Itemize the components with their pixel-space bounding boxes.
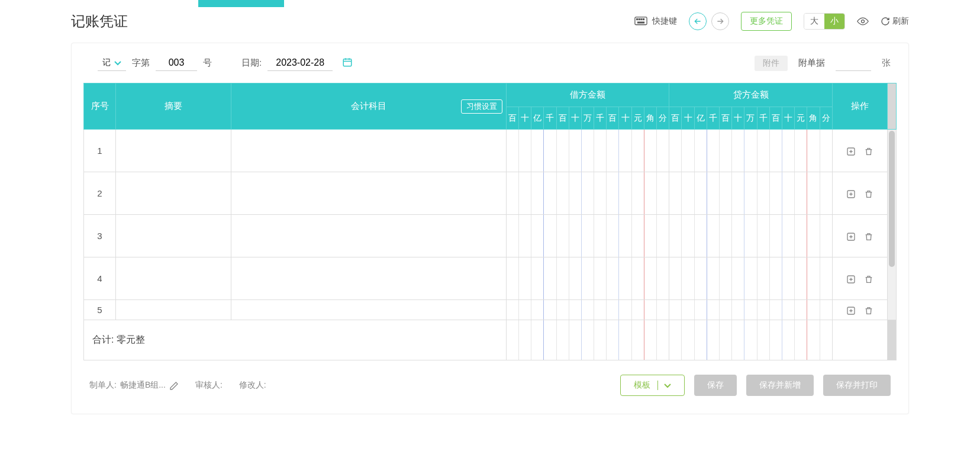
- auditor-label: 审核人:: [195, 380, 223, 391]
- voucher-type-dropdown[interactable]: 记: [98, 55, 126, 71]
- svg-rect-1: [637, 19, 638, 20]
- cell-seq: 5: [84, 300, 116, 320]
- next-button[interactable]: [711, 12, 729, 30]
- cell-subject[interactable]: [231, 257, 506, 300]
- th-digit: 百: [720, 107, 732, 130]
- th-digit: 十: [782, 107, 794, 130]
- shortcut-group[interactable]: 快捷键: [634, 16, 677, 27]
- add-row-icon[interactable]: [846, 188, 856, 198]
- cell-summary[interactable]: [116, 172, 231, 215]
- table-row: 3: [84, 215, 897, 257]
- more-vouchers-button[interactable]: 更多凭证: [741, 12, 792, 31]
- cell-debit[interactable]: [506, 130, 669, 172]
- th-digit: 分: [820, 107, 832, 130]
- table-row: 2: [84, 172, 897, 215]
- cell-seq: 4: [84, 257, 116, 300]
- template-chevron-icon: [657, 381, 671, 390]
- cell-debit[interactable]: [506, 172, 669, 215]
- th-digit: 万: [581, 107, 594, 130]
- cell-credit[interactable]: [669, 130, 833, 172]
- save-button[interactable]: 保存: [694, 375, 737, 396]
- maker-group: 制单人: 畅捷通B组...: [89, 380, 179, 391]
- th-digit: 千: [544, 107, 556, 130]
- total-text: 零元整: [117, 334, 145, 344]
- cell-credit[interactable]: [669, 257, 833, 300]
- delete-row-icon[interactable]: [864, 145, 873, 156]
- th-digit: 元: [795, 107, 807, 130]
- th-digit: 百: [607, 107, 619, 130]
- modifier-label: 修改人:: [239, 380, 266, 391]
- delete-row-icon[interactable]: [864, 273, 873, 284]
- svg-rect-2: [639, 19, 640, 20]
- habit-settings-button[interactable]: 习惯设置: [461, 99, 502, 114]
- cell-scroll: [887, 130, 896, 320]
- th-digit: 百: [769, 107, 782, 130]
- add-row-icon[interactable]: [846, 273, 856, 284]
- attach-doc-label: 附单据: [798, 57, 825, 69]
- total-cell: 合计: 零元整: [84, 320, 507, 360]
- delete-row-icon[interactable]: [864, 304, 873, 315]
- cell-operation: [832, 215, 887, 257]
- cell-credit[interactable]: [669, 215, 833, 257]
- cell-summary[interactable]: [116, 257, 231, 300]
- template-button[interactable]: 模板: [620, 375, 685, 396]
- cell-credit[interactable]: [669, 300, 833, 320]
- svg-rect-7: [343, 59, 352, 66]
- delete-row-icon[interactable]: [864, 188, 873, 198]
- size-large-button[interactable]: 大: [804, 14, 824, 29]
- total-credit: [669, 320, 833, 360]
- cell-operation: [832, 130, 887, 172]
- cell-subject[interactable]: [231, 215, 506, 257]
- svg-rect-5: [637, 22, 644, 23]
- refresh-button[interactable]: 刷新: [881, 16, 909, 27]
- prev-button[interactable]: [689, 12, 707, 30]
- scrollbar-thumb[interactable]: [889, 131, 895, 267]
- th-digit: 千: [707, 107, 719, 130]
- maker-label: 制单人:: [89, 380, 117, 391]
- save-new-button[interactable]: 保存并新增: [746, 375, 814, 396]
- cell-subject[interactable]: [231, 130, 506, 172]
- add-row-icon[interactable]: [846, 230, 856, 241]
- cell-debit[interactable]: [506, 300, 669, 320]
- shortcut-label: 快捷键: [652, 16, 677, 27]
- cell-summary[interactable]: [116, 215, 231, 257]
- preview-button[interactable]: [857, 17, 869, 25]
- svg-point-6: [862, 20, 865, 23]
- cell-summary[interactable]: [116, 300, 231, 320]
- th-summary: 摘要: [116, 83, 231, 130]
- cell-debit[interactable]: [506, 257, 669, 300]
- size-small-button[interactable]: 小: [824, 14, 844, 29]
- save-print-button[interactable]: 保存并打印: [823, 375, 891, 396]
- cell-credit[interactable]: [669, 172, 833, 215]
- voucher-form-row: 记 字第 号 日期: 附件 附单据 张: [83, 55, 897, 83]
- th-digit: 十: [682, 107, 694, 130]
- table-row: 1: [84, 130, 897, 172]
- th-seq: 序号: [84, 83, 116, 130]
- cell-operation: [832, 172, 887, 215]
- zidi-label: 字第: [132, 57, 150, 69]
- th-digit: 百: [556, 107, 569, 130]
- delete-row-icon[interactable]: [864, 230, 873, 241]
- calendar-icon[interactable]: [342, 57, 353, 69]
- edit-maker-icon[interactable]: [169, 380, 179, 390]
- cell-subject[interactable]: [231, 172, 506, 215]
- cell-operation: [832, 300, 887, 320]
- cell-debit[interactable]: [506, 215, 669, 257]
- cell-summary[interactable]: [116, 130, 231, 172]
- voucher-card: 记 字第 号 日期: 附件 附单据 张: [71, 43, 909, 414]
- th-digit: 千: [757, 107, 769, 130]
- voucher-table: 序号 摘要 会计科目 习惯设置 借方金额 贷方金额 操作 百十亿千百十万千百十元…: [83, 83, 897, 360]
- date-input[interactable]: [267, 55, 333, 71]
- table-row: 4: [84, 257, 897, 300]
- voucher-number-input[interactable]: [156, 55, 197, 71]
- svg-rect-4: [643, 19, 644, 20]
- page-title: 记账凭证: [71, 12, 128, 31]
- add-row-icon[interactable]: [846, 145, 856, 156]
- attach-count-input[interactable]: [836, 55, 871, 71]
- voucher-type-value: 记: [102, 57, 111, 68]
- cell-subject[interactable]: [231, 300, 506, 320]
- template-label: 模板: [634, 380, 650, 391]
- footer-buttons: 模板 保存 保存并新增 保存并打印: [620, 375, 891, 396]
- add-row-icon[interactable]: [846, 304, 856, 315]
- hao-label: 号: [203, 57, 212, 69]
